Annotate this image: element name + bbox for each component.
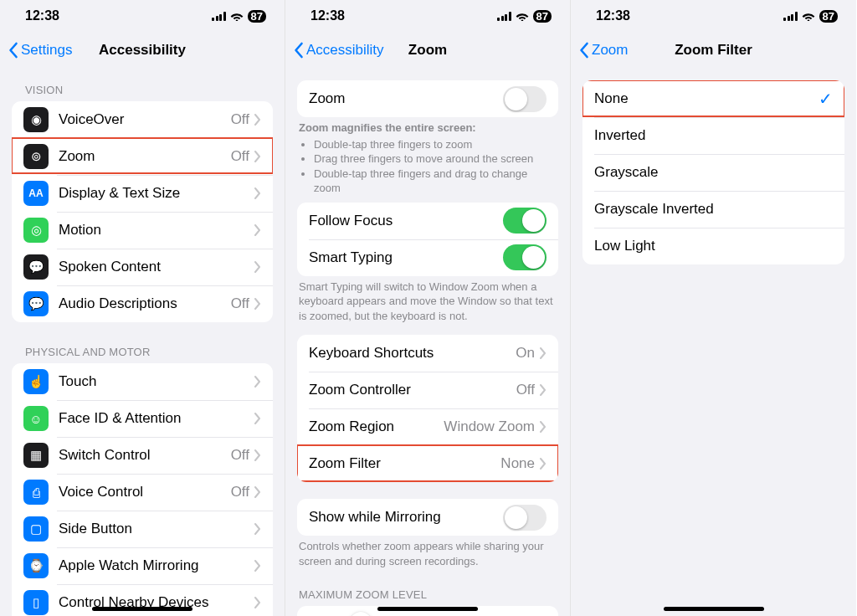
- zoom-description: Zoom magnifies the entire screen: Double…: [297, 121, 558, 196]
- screen-accessibility: 12:38 87 Settings Accessibility VISION ◉…: [0, 0, 285, 616]
- status-indicators: 87: [783, 10, 838, 23]
- mirroring-group: Show while Mirroring: [297, 499, 558, 536]
- row-value: Window Zoom: [444, 418, 535, 435]
- option-inverted[interactable]: Inverted: [582, 117, 844, 154]
- row-value: Off: [231, 447, 249, 464]
- row-spoken-content[interactable]: 💬 Spoken Content: [12, 249, 273, 285]
- row-label: Side Button: [59, 521, 254, 537]
- home-indicator: [377, 607, 478, 611]
- row-control-nearby[interactable]: ▯ Control Nearby Devices: [12, 584, 273, 616]
- row-label: Show while Mirroring: [309, 509, 503, 526]
- row-keyboard-shortcuts[interactable]: Keyboard Shortcuts On: [297, 335, 558, 372]
- wifi-icon: [802, 11, 815, 21]
- focus-group: Follow Focus Smart Typing: [297, 203, 558, 276]
- watch-icon: ⌚: [23, 553, 49, 578]
- row-zoom-toggle[interactable]: Zoom: [297, 80, 558, 117]
- chevron-right-icon: [254, 560, 261, 572]
- row-smart-typing[interactable]: Smart Typing: [297, 239, 558, 276]
- option-label: Grayscale: [594, 164, 833, 181]
- toggle-switch[interactable]: [503, 505, 547, 531]
- voiceover-icon: ◉: [23, 107, 49, 132]
- row-value: None: [500, 455, 535, 472]
- row-label: Zoom: [59, 148, 231, 165]
- chevron-right-icon: [254, 114, 261, 126]
- back-button[interactable]: Settings: [5, 32, 72, 69]
- slider-thumb[interactable]: [350, 612, 372, 616]
- max-zoom-header: MAXIMUM ZOOM LEVEL: [285, 573, 570, 606]
- option-grayscale-inverted[interactable]: Grayscale Inverted: [582, 191, 844, 228]
- chevron-right-icon: [254, 261, 261, 273]
- option-label: Low Light: [594, 238, 833, 254]
- row-label: Zoom Region: [309, 418, 444, 435]
- row-voice-control[interactable]: ⎙ Voice Control Off: [12, 474, 273, 511]
- back-label: Accessibility: [306, 42, 384, 59]
- section-header-vision: VISION: [0, 69, 285, 101]
- row-value: Off: [231, 148, 249, 165]
- option-low-light[interactable]: Low Light: [582, 228, 844, 264]
- row-touch[interactable]: ☝ Touch: [12, 363, 273, 400]
- option-label: Grayscale Inverted: [594, 201, 833, 218]
- cellular-signal-icon: [497, 12, 511, 21]
- side-button-icon: ▢: [23, 516, 49, 542]
- option-none[interactable]: None ✓: [582, 80, 844, 117]
- back-label: Settings: [21, 42, 72, 59]
- status-bar: 12:38 87: [571, 0, 856, 32]
- row-mirroring[interactable]: Show while Mirroring: [297, 499, 558, 536]
- zoom-desc-item: Double-tap three fingers and drag to cha…: [314, 167, 557, 196]
- status-bar: 12:38 87: [285, 0, 570, 32]
- nav-header: Accessibility Zoom: [285, 32, 570, 69]
- back-button[interactable]: Zoom: [576, 32, 628, 69]
- row-label: Follow Focus: [309, 213, 503, 229]
- toggle-switch[interactable]: [503, 244, 547, 270]
- row-value: Off: [231, 111, 249, 128]
- row-label: Zoom: [309, 90, 503, 107]
- chevron-left-icon: [8, 42, 19, 59]
- nearby-icon: ▯: [23, 590, 49, 615]
- row-zoom-filter[interactable]: Zoom Filter None: [297, 445, 558, 482]
- page-title: Accessibility: [99, 42, 186, 59]
- row-zoom-controller[interactable]: Zoom Controller Off: [297, 372, 558, 408]
- toggle-switch[interactable]: [503, 208, 547, 234]
- row-motion[interactable]: ◎ Motion: [12, 212, 273, 249]
- chevron-right-icon: [254, 486, 261, 498]
- content-area: Zoom Zoom magnifies the entire screen: D…: [285, 69, 570, 616]
- row-switch-control[interactable]: ▦ Switch Control Off: [12, 437, 273, 474]
- chevron-right-icon: [540, 458, 547, 470]
- battery-indicator: 87: [248, 10, 266, 23]
- row-zoom[interactable]: ⊚ Zoom Off: [12, 138, 273, 175]
- chevron-right-icon: [540, 347, 547, 359]
- chevron-right-icon: [254, 151, 261, 162]
- toggle-switch[interactable]: [503, 86, 547, 112]
- chevron-left-icon: [294, 42, 305, 59]
- content-area: VISION ◉ VoiceOver Off ⊚ Zoom Off AA Dis…: [0, 69, 285, 616]
- mirroring-desc: Controls whether zoom appears while shar…: [297, 539, 558, 568]
- chevron-right-icon: [254, 413, 261, 424]
- row-applewatch-mirroring[interactable]: ⌚ Apple Watch Mirroring: [12, 547, 273, 584]
- text-size-icon: AA: [23, 181, 49, 206]
- cellular-signal-icon: [783, 12, 798, 21]
- row-value: Off: [231, 295, 249, 312]
- switch-control-icon: ▦: [23, 443, 49, 468]
- row-label: Zoom Filter: [309, 455, 500, 472]
- row-faceid[interactable]: ☺ Face ID & Attention: [12, 400, 273, 437]
- back-button[interactable]: Accessibility: [290, 32, 384, 69]
- row-voiceover[interactable]: ◉ VoiceOver Off: [12, 101, 273, 138]
- row-display-text-size[interactable]: AA Display & Text Size: [12, 175, 273, 212]
- option-grayscale[interactable]: Grayscale: [582, 154, 844, 191]
- row-side-button[interactable]: ▢ Side Button: [12, 511, 273, 547]
- chevron-right-icon: [254, 298, 261, 310]
- cellular-signal-icon: [212, 12, 226, 21]
- row-value: On: [516, 345, 535, 362]
- row-label: Touch: [59, 373, 254, 390]
- row-follow-focus[interactable]: Follow Focus: [297, 203, 558, 239]
- battery-indicator: 87: [819, 10, 838, 23]
- chevron-right-icon: [254, 523, 261, 535]
- row-audio-descriptions[interactable]: 💬 Audio Descriptions Off: [12, 285, 273, 322]
- home-indicator: [664, 607, 764, 611]
- zoom-desc-list: Double-tap three fingers to zoom Drag th…: [299, 137, 557, 196]
- row-label: Audio Descriptions: [59, 295, 231, 312]
- row-zoom-region[interactable]: Zoom Region Window Zoom: [297, 408, 558, 445]
- chevron-right-icon: [540, 384, 547, 396]
- zoom-toggle-group: Zoom: [297, 80, 558, 117]
- screen-zoom-filter: 12:38 87 Zoom Zoom Filter None ✓ Inverte…: [571, 0, 856, 616]
